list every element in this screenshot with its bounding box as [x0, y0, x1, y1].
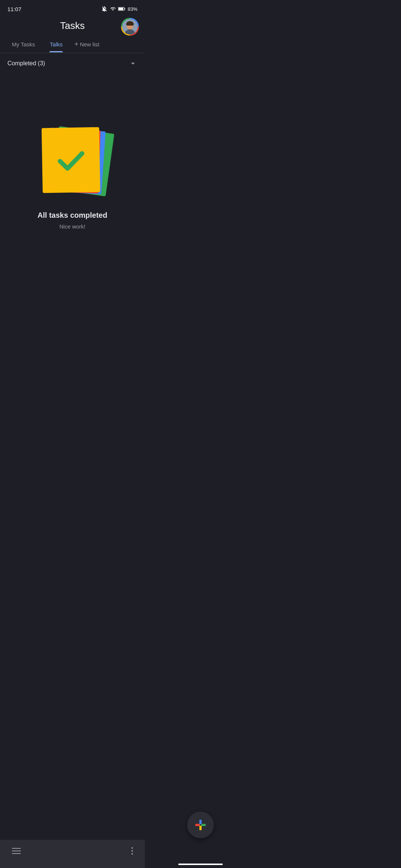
avatar-button[interactable] [121, 18, 139, 36]
checkmark-icon [56, 145, 86, 175]
status-bar: 11:07 83% [0, 0, 145, 16]
status-time: 11:07 [7, 6, 22, 12]
empty-state-subtitle: Nice work! [59, 223, 85, 230]
user-avatar-icon [122, 19, 138, 34]
chevron-down-icon [128, 59, 137, 68]
svg-rect-2 [118, 8, 123, 10]
app-header: Tasks [0, 16, 145, 37]
bell-slash-icon [101, 6, 108, 12]
new-list-plus-icon: + [74, 40, 78, 48]
new-list-label: New list [80, 41, 100, 47]
empty-state-title: All tasks completed [38, 211, 107, 220]
page-yellow [42, 127, 100, 193]
tab-talks[interactable]: Talks [44, 37, 68, 52]
status-icons: 83% [101, 6, 137, 12]
avatar [122, 19, 138, 34]
tasks-illustration [39, 118, 106, 193]
page-title: Tasks [60, 20, 85, 32]
tab-my-tasks[interactable]: My Tasks [6, 37, 41, 52]
svg-rect-1 [124, 8, 125, 9]
battery-icon [118, 7, 125, 11]
completed-label: Completed (3) [7, 60, 45, 67]
tabs-container: My Tasks Talks + New list [0, 37, 145, 53]
empty-state: All tasks completed Nice work! [0, 74, 145, 267]
new-list-tab[interactable]: + New list [71, 37, 102, 53]
svg-rect-7 [126, 23, 134, 26]
completed-section-header[interactable]: Completed (3) [0, 53, 145, 74]
battery-percentage: 83% [128, 6, 137, 12]
wifi-icon [110, 6, 116, 11]
